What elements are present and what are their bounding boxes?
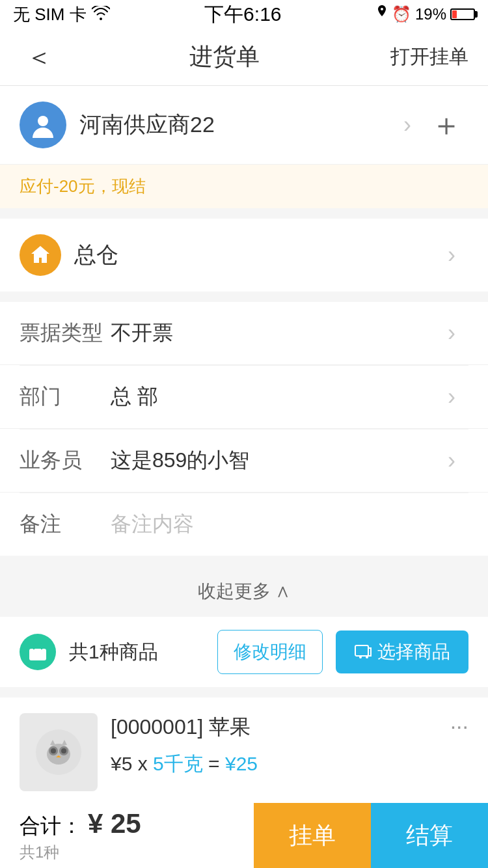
- checkout-button[interactable]: 结算: [371, 803, 488, 868]
- warehouse-row[interactable]: 总仓 ›: [0, 219, 488, 292]
- supplier-chevron-icon: ›: [403, 111, 411, 139]
- product-quantity: 5千克: [153, 753, 203, 774]
- remark-input[interactable]: 备注内容: [111, 510, 468, 539]
- product-thumbnail: [20, 713, 98, 791]
- notice-text: 应付-20元，现结: [20, 176, 146, 196]
- multiply-icon: x: [138, 753, 153, 774]
- add-button[interactable]: ＋: [424, 104, 468, 146]
- product-code: [0000001]: [111, 715, 203, 739]
- select-product-button[interactable]: 选择商品: [336, 631, 468, 673]
- battery-percent: 19%: [415, 5, 446, 23]
- svg-rect-3: [29, 649, 46, 660]
- hold-button[interactable]: 挂单: [254, 803, 371, 868]
- status-right: ⏰ 19%: [376, 5, 475, 23]
- product-item: [0000001] 苹果 ¥5 x 5千克 = ¥25 ···: [0, 698, 488, 807]
- svg-point-5: [359, 656, 362, 658]
- product-header: 共1种商品 修改明细 选择商品: [0, 617, 488, 687]
- invoice-row[interactable]: 票据类型 不开票 ›: [0, 302, 488, 365]
- department-row[interactable]: 部门 总 部 ›: [0, 366, 488, 429]
- back-button[interactable]: ＜: [20, 33, 59, 81]
- supplier-avatar: [20, 102, 66, 148]
- total-label: 合计：: [20, 814, 82, 837]
- supplier-name: 河南供应商22: [79, 110, 403, 140]
- wifi-icon: [92, 5, 110, 25]
- product-total: ¥25: [225, 753, 258, 774]
- location-icon: [376, 5, 388, 23]
- product-count-icon: [20, 634, 56, 670]
- collapse-label: 收起更多 ∧: [198, 579, 291, 604]
- status-bar: 无 SIM 卡 下午6:16 ⏰ 19%: [0, 0, 488, 29]
- svg-point-0: [381, 8, 383, 10]
- warehouse-icon: [20, 234, 61, 276]
- product-header-section: 共1种商品 修改明细 选择商品: [0, 617, 488, 687]
- open-hold-button[interactable]: 打开挂单: [390, 44, 468, 70]
- product-more-button[interactable]: ···: [450, 713, 468, 739]
- total-row: 合计： ¥ 25: [20, 808, 234, 841]
- svg-point-12: [61, 748, 66, 753]
- invoice-chevron-icon: ›: [448, 319, 455, 347]
- equals-sign: =: [208, 753, 225, 774]
- svg-point-6: [366, 656, 368, 658]
- edit-detail-button[interactable]: 修改明细: [217, 630, 323, 674]
- department-value: 总 部: [111, 383, 448, 411]
- form-section: 票据类型 不开票 › 部门 总 部 › 业务员 这是859的小智 › 备注 备注…: [0, 302, 488, 556]
- invoice-value: 不开票: [111, 319, 448, 347]
- select-product-label: 选择商品: [377, 640, 450, 664]
- product-title: 苹果: [209, 715, 251, 739]
- warehouse-section[interactable]: 总仓 ›: [0, 219, 488, 292]
- nav-bar: ＜ 进货单 打开挂单: [0, 29, 488, 86]
- total-section: 合计： ¥ 25 共1种: [0, 808, 254, 863]
- invoice-label: 票据类型: [20, 319, 111, 347]
- supplier-section: 河南供应商22 › ＋ 应付-20元，现结: [0, 86, 488, 208]
- product-price-row: ¥5 x 5千克 = ¥25: [111, 751, 437, 778]
- remark-label: 备注: [20, 510, 111, 539]
- remark-row[interactable]: 备注 备注内容: [0, 493, 488, 556]
- salesperson-label: 业务员: [20, 446, 111, 475]
- alarm-icon: ⏰: [392, 5, 411, 23]
- page-title: 进货单: [189, 41, 260, 73]
- department-label: 部门: [20, 383, 111, 411]
- product-name: [0000001] 苹果: [111, 713, 437, 742]
- status-carrier: 无 SIM 卡: [13, 3, 110, 26]
- salesperson-value: 这是859的小智: [111, 446, 448, 475]
- collapse-row[interactable]: 收起更多 ∧: [0, 566, 488, 617]
- product-info: [0000001] 苹果 ¥5 x 5千克 = ¥25: [111, 713, 437, 778]
- warehouse-chevron-icon: ›: [448, 241, 455, 269]
- salesperson-row[interactable]: 业务员 这是859的小智 ›: [0, 429, 488, 493]
- svg-point-2: [38, 116, 48, 126]
- content: 河南供应商22 › ＋ 应付-20元，现结 总仓 › 票据类型 不开票 ›: [0, 86, 488, 868]
- battery-icon: [450, 8, 475, 20]
- total-count: 共1种: [20, 842, 234, 863]
- notice-bar: 应付-20元，现结: [0, 165, 488, 208]
- status-time: 下午6:16: [204, 1, 281, 28]
- salesperson-chevron-icon: ›: [448, 447, 455, 474]
- total-amount: ¥ 25: [88, 808, 141, 839]
- bottom-bar: 合计： ¥ 25 共1种 挂单 结算: [0, 803, 488, 868]
- department-chevron-icon: ›: [448, 383, 455, 411]
- carrier-text: 无 SIM 卡: [13, 3, 87, 26]
- svg-point-11: [51, 748, 56, 753]
- product-count-text: 共1种商品: [69, 639, 204, 666]
- warehouse-name: 总仓: [74, 240, 448, 270]
- supplier-row[interactable]: 河南供应商22 › ＋: [0, 86, 488, 165]
- product-unit-price: ¥5: [111, 753, 132, 774]
- svg-rect-4: [355, 645, 368, 656]
